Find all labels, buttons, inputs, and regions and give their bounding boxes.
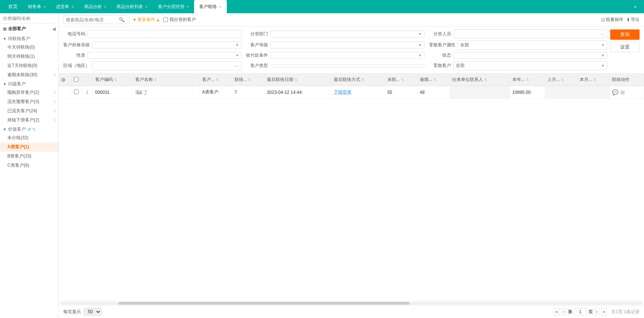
more-conditions-button[interactable]: ▼ 更多条件 ▲ [132,17,160,23]
gear-icon[interactable]: ⚙ [61,77,66,83]
export-button[interactable]: ⬆ 导出 [626,17,640,23]
th-contact[interactable]: 联络...⇅ [232,74,264,86]
tab-product-analysis-list[interactable]: 商品分析列表 × [111,0,153,13]
sidebar-item-tomorrow-pending[interactable]: 明天待联络(1) [0,52,58,61]
my-customers-check[interactable] [163,17,168,22]
th-unit-contact[interactable]: 往来单位联系人⇅ [450,74,510,86]
refresh-icon[interactable]: ↺ [27,127,31,132]
sidebar-item-churn-warning[interactable]: 流失预警客户(3) ℹ [0,97,58,106]
sidebar-item-class-a[interactable]: A类客户(1) [0,142,58,152]
sidebar: 🔍 ⊞ 全部客户 ◀ ▼ 待联络客户 今天待联络(0) 明天待联络(1) 近7天… [0,13,59,318]
close-purchase-tab[interactable]: × [71,4,74,9]
manager-dots[interactable]: ··· [600,31,605,37]
sidebar-search-input[interactable] [3,16,58,21]
close-contact-tab[interactable]: × [219,4,221,9]
sidebar-item-declining[interactable]: 持续下滑客户(2) ℹ [0,116,58,125]
th-this-year[interactable]: 本年...⇅ [510,74,545,86]
th-customer-type[interactable]: 客户...⇅ [200,74,232,86]
price-level-select[interactable]: ▼ [92,42,242,49]
sidebar-item-class-b[interactable]: B类客户(33) [0,152,58,161]
page-number-input[interactable] [574,308,587,315]
query-button[interactable]: 查询 [610,29,640,40]
close-sales-tab[interactable]: × [43,4,46,9]
region-select[interactable]: ··· [92,61,242,70]
next-page-button[interactable]: › [594,308,600,315]
chat-icon[interactable]: 💬 [612,89,618,95]
top-navigation: 首页 销售单 × 进货单 × 商品分析 × 商品分析列表 × 客户分层经营 × … [0,0,644,13]
export-icon: ⬆ [626,17,630,22]
sidebar-group-pending[interactable]: ▼ 待联络客户 [0,34,58,43]
customer-level-select[interactable]: ▼ [270,42,424,49]
tab-purchase-order[interactable]: 进货单 × [51,0,79,13]
select-all-checkbox[interactable] [74,77,79,82]
retail-customer-select[interactable]: 全部 ▼ [453,61,607,70]
row-checkbox-cell[interactable] [71,86,82,99]
sidebar-collapse-button[interactable]: ◀ [52,26,56,32]
close-product-analysis-tab[interactable]: × [104,4,106,9]
sidebar-item-unclassified[interactable]: 未分组(32) [0,133,58,142]
close-product-list-tab[interactable]: × [145,4,147,9]
prev-page-button[interactable]: ‹ [561,308,566,315]
th-name[interactable]: 客户名称⇅ [133,74,200,86]
status-select[interactable]: ▼ [453,52,607,59]
th-this-month[interactable]: 本月...⇅ [577,74,610,86]
sidebar-item-churned[interactable]: 已流失客户(24) ℹ [0,106,58,116]
scrollbar-thumb[interactable] [118,302,409,305]
main-search-input[interactable] [66,17,117,22]
phone-input[interactable] [87,30,242,38]
customer-type-select[interactable] [270,64,424,67]
region-dots[interactable]: ··· [235,63,239,69]
sidebar-item-class-c[interactable]: C类客户(6) [0,161,58,170]
th-checkbox[interactable] [71,74,82,86]
sidebar-item-overdue-contact[interactable]: 逾期未联络(30) ℹ [0,70,58,80]
main-search-icon[interactable]: 🔍 [119,17,125,22]
sidebar-group-value[interactable]: ▼ 价值客户 ↺ ✎ [0,125,58,133]
row-code: 000031 [93,86,133,99]
th-last-date[interactable]: 最后联络日期⇅ [264,74,331,86]
tab-product-analysis[interactable]: 商品分析 × [79,0,111,13]
my-customers-checkbox[interactable]: 我分管的客户 [163,17,196,23]
row-last-method[interactable]: 下销货单 [332,86,385,99]
row-name-text[interactable]: ? [144,90,147,95]
horizontal-scrollbar[interactable] [59,301,644,305]
home-tab[interactable]: 首页 [3,0,23,13]
settings-button[interactable]: 设置 [610,42,640,52]
all-customers-header[interactable]: ⊞ 全部客户 ◀ [0,24,58,34]
name-badge: Ea [135,90,143,95]
first-page-button[interactable]: « [554,308,560,315]
th-not-contacted[interactable]: 未联...⇅ [385,74,417,86]
dept-select[interactable]: ▼ [270,31,424,38]
nature-arrow: ▼ [235,53,239,57]
th-settings[interactable]: ⚙ [59,74,71,86]
qr-icon[interactable]: ⊞ [620,89,625,95]
nature-select[interactable]: ▼ [87,52,242,59]
row-checkbox[interactable] [74,89,79,94]
sidebar-item-7days-pending[interactable]: 近7天待联络(0) [0,61,58,70]
th-num [82,74,93,86]
last-page-button[interactable]: » [601,308,607,315]
th-code[interactable]: 客户编码⇅ [93,74,133,86]
th-last-month[interactable]: 上月...⇅ [545,74,577,86]
th-overdue[interactable]: 逾期...⇅ [417,74,450,86]
tab-customer-segmentation[interactable]: 客户分层经营 × [153,0,194,13]
close-segmentation-tab[interactable]: × [187,4,189,9]
th-last-method[interactable]: 最后联络方式⇅ [332,74,385,86]
filter-row-4: 区域（地区） ··· 客户类型 [63,61,607,70]
window-close-button[interactable]: × [634,4,641,10]
edit-icon[interactable]: ✎ [32,127,36,132]
payment-select[interactable]: ▼ [270,52,424,59]
sidebar-item-today-pending[interactable]: 今天待联络(0) [0,43,58,52]
scrollbar-track[interactable] [60,302,643,305]
tab-customer-contact[interactable]: 客户联络 × [194,0,226,13]
bulk-operations-button[interactable]: ☑ 批量操作 [601,17,623,23]
sidebar-group-problem[interactable]: ▼ 问题客户 [0,80,58,88]
per-page-select[interactable]: 50 [84,308,101,316]
row-settings-cell [59,86,71,99]
tab-sales-order[interactable]: 销售单 × [23,0,51,13]
filter-cell-phone: 电话号码 [63,30,246,38]
page-end-label: 页 [588,309,593,315]
sidebar-item-hoarding[interactable]: 囤购异常客户(2) ℹ [0,88,58,97]
retail-attr-select[interactable]: 全部 ▼ [458,40,607,50]
main-layout: 🔍 ⊞ 全部客户 ◀ ▼ 待联络客户 今天待联络(0) 明天待联络(1) 近7天… [0,13,644,318]
manager-select[interactable]: ··· [453,29,607,38]
